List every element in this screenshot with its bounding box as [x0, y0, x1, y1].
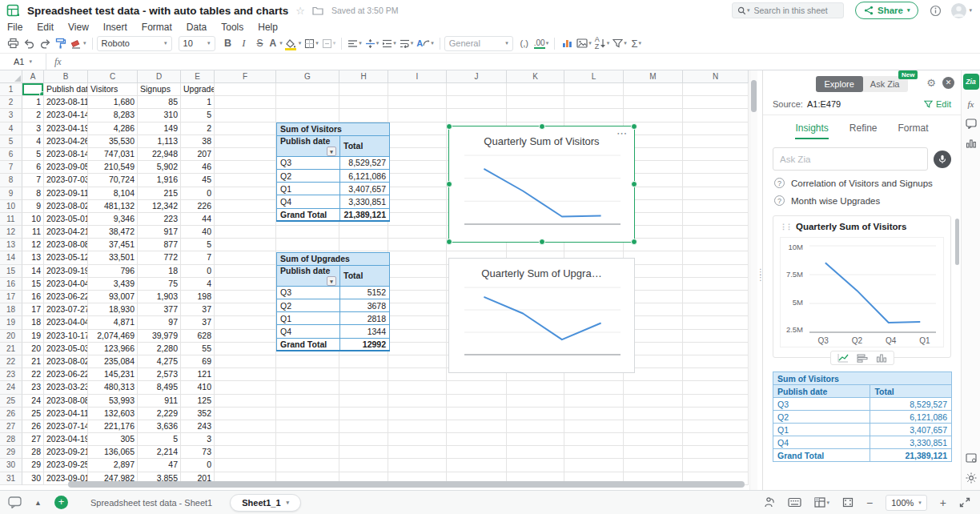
grid-cell[interactable]: 5: [138, 433, 181, 446]
add-sheet-button[interactable]: +: [54, 496, 68, 509]
grid-cell[interactable]: 2023-09-21: [44, 446, 88, 459]
grid-cell[interactable]: 2,074,469: [88, 330, 138, 343]
column-header-A[interactable]: A: [22, 70, 44, 83]
grid-cell[interactable]: [683, 355, 749, 368]
grid-cell[interactable]: [215, 395, 276, 408]
grid-cell[interactable]: [683, 135, 749, 148]
grid-cell[interactable]: [388, 343, 447, 355]
grid-cell[interactable]: 19: [22, 330, 44, 343]
grid-cell[interactable]: [507, 109, 564, 122]
horizontal-align-caret[interactable]: ▾: [359, 40, 362, 46]
grid-cell[interactable]: 75: [138, 278, 181, 291]
row-header-9[interactable]: 9: [0, 187, 22, 200]
grid-cell[interactable]: [388, 96, 447, 109]
theme-brightness-icon[interactable]: [966, 472, 977, 484]
grid-cell[interactable]: 2023-09-25: [44, 459, 88, 472]
pivot-upgrades-row-header[interactable]: Publish date▾: [277, 265, 340, 286]
grid-cell[interactable]: 123,966: [88, 343, 138, 355]
pivot-table-visitors[interactable]: Sum of Visitors Publish date▾ Total Q38,…: [276, 122, 390, 223]
grid-cell[interactable]: [276, 408, 339, 420]
grid-cell[interactable]: [339, 96, 388, 109]
insert-image-button[interactable]: ▾: [575, 35, 593, 51]
grid-cell[interactable]: [447, 433, 507, 446]
print-button[interactable]: [5, 35, 21, 51]
grid-cell[interactable]: [507, 83, 564, 96]
chart-upgrades[interactable]: Quarterly Sum of Upgra…: [448, 258, 635, 373]
grid-cell[interactable]: [215, 278, 276, 291]
grid-cell[interactable]: 26: [22, 420, 44, 433]
fill-color-button[interactable]: ▾: [284, 35, 303, 51]
row-header-27[interactable]: 27: [0, 420, 22, 433]
grid-cell[interactable]: 47: [138, 459, 181, 472]
grid-cell[interactable]: 796: [88, 265, 138, 278]
borders-button[interactable]: ▾: [303, 35, 320, 51]
comma-format-button[interactable]: (,): [516, 35, 532, 51]
grid-cell[interactable]: 37: [181, 303, 215, 316]
grid-cell[interactable]: [215, 433, 276, 446]
text-rotation-caret[interactable]: ▾: [431, 40, 434, 46]
line-chart-type-icon[interactable]: [837, 353, 849, 363]
grid-cell[interactable]: [339, 368, 388, 381]
grid-cell[interactable]: [624, 420, 683, 433]
sheet-view-icon[interactable]: [966, 453, 977, 463]
grid-cell[interactable]: [683, 226, 749, 239]
merge-cells-button[interactable]: ▾: [320, 35, 338, 51]
number-format-select[interactable]: General▾: [444, 36, 513, 51]
grid-cell[interactable]: [683, 420, 749, 433]
row-header-6[interactable]: 6: [0, 148, 22, 161]
selection-handle[interactable]: [539, 123, 545, 130]
decimal-format-button[interactable]: .00 ▾: [532, 35, 550, 51]
grid-cell[interactable]: 235,084: [88, 355, 138, 368]
selection-handle[interactable]: [631, 123, 637, 130]
grid-cell[interactable]: [564, 109, 624, 122]
grid-cell[interactable]: 18: [22, 316, 44, 329]
grid-cell[interactable]: 12: [22, 239, 44, 251]
grid-cell[interactable]: [507, 459, 564, 472]
grid-cell[interactable]: Publish date: [44, 83, 88, 96]
grid-cell[interactable]: 8,104: [88, 187, 138, 200]
grid-cell[interactable]: [683, 278, 749, 291]
grid-cell[interactable]: 3: [22, 122, 44, 135]
grid-cell[interactable]: 2,229: [138, 408, 181, 420]
grid-cell[interactable]: 2023-04-19: [44, 122, 88, 135]
grid-cell[interactable]: 8: [22, 187, 44, 200]
select-all-corner[interactable]: [14, 75, 21, 82]
grid-cell[interactable]: [683, 96, 749, 109]
grid-cell[interactable]: [564, 381, 624, 394]
grid-cell[interactable]: 17: [22, 303, 44, 316]
font-color-caret[interactable]: ▾: [279, 40, 283, 46]
grid-cell[interactable]: 37,451: [88, 239, 138, 251]
grid-cell[interactable]: [388, 420, 447, 433]
grid-cell[interactable]: Visitors: [88, 83, 138, 96]
grid-cell[interactable]: [624, 408, 683, 420]
zoom-out-button[interactable]: −: [866, 496, 873, 509]
grid-cell[interactable]: [447, 96, 507, 109]
grid-cell[interactable]: 25: [22, 408, 44, 420]
grid-cell[interactable]: 97: [138, 316, 181, 329]
grid-cell[interactable]: [507, 395, 564, 408]
grid-cell[interactable]: 22: [22, 368, 44, 381]
row-header-21[interactable]: 21: [0, 343, 22, 355]
grid-cell[interactable]: [388, 459, 447, 472]
grid-cell[interactable]: 5: [22, 148, 44, 161]
grid-cell[interactable]: 2,897: [88, 459, 138, 472]
grid-cell[interactable]: [388, 251, 447, 264]
grid-cell[interactable]: 223: [138, 213, 181, 226]
grid-cell[interactable]: 28: [22, 446, 44, 459]
grid-cell[interactable]: [339, 433, 388, 446]
grid-cell[interactable]: [683, 239, 749, 251]
grid-cell[interactable]: [215, 265, 276, 278]
row-header-20[interactable]: 20: [0, 330, 22, 343]
grid-cell[interactable]: 2023-05-01: [44, 213, 88, 226]
sort-button[interactable]: AZ ▾: [593, 35, 612, 51]
grid-cell[interactable]: [276, 239, 339, 251]
grid-cell[interactable]: [388, 316, 447, 329]
grid-cell[interactable]: 9,346: [88, 213, 138, 226]
grid-cell[interactable]: 2023-10-17: [44, 330, 88, 343]
row-header-31[interactable]: 31: [0, 472, 22, 485]
grid-cell[interactable]: 4,286: [88, 122, 138, 135]
bar-chart-type-icon[interactable]: [857, 353, 868, 363]
grid-cell[interactable]: 2023-03-23: [44, 381, 88, 394]
grid-cell[interactable]: 2023-04-11: [44, 408, 88, 420]
zoom-in-button[interactable]: +: [940, 496, 946, 509]
